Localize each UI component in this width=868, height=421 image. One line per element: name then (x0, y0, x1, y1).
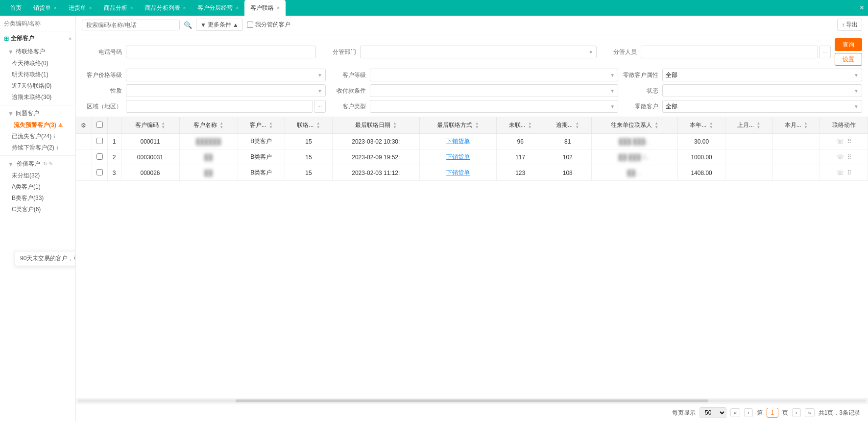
sidebar-item-unsorted[interactable]: 未分组(32) (0, 170, 75, 181)
col-name-header[interactable]: 客户名称 ▲▼ (179, 117, 238, 134)
gear-icon[interactable]: ⚙ (81, 122, 86, 129)
sidebar-group-problem[interactable]: ▼ 问题客户 (0, 107, 75, 120)
filter-select-manager[interactable] (641, 46, 818, 58)
col-contact-header[interactable]: 联络... ▲▼ (285, 117, 333, 134)
tab-customer-tier-close[interactable]: × (236, 5, 239, 11)
tab-purchase[interactable]: 进货单 × (63, 0, 98, 16)
search-btn[interactable]: 🔍 (184, 21, 192, 29)
col-uncontact-header[interactable]: 未联... ▲▼ (497, 117, 544, 134)
sidebar-item-b-class[interactable]: B类客户(33) (0, 193, 75, 204)
sidebar-item-lost[interactable]: 已流失客户(24) ℹ (0, 131, 75, 142)
refresh-icon[interactable]: ↻ (43, 161, 48, 167)
sort-icons-last-method: ▲▼ (475, 122, 479, 129)
sidebar-item-decline[interactable]: 持续下滑客户(2) ℹ (0, 142, 75, 153)
col-overdue-header[interactable]: 逾期... ▲▼ (544, 117, 591, 134)
tab-customer-tier[interactable]: 客户分层经营 × (192, 0, 244, 16)
row-check-2[interactable] (96, 169, 103, 175)
first-page-btn[interactable]: « (730, 408, 740, 417)
sidebar-item-lost-warning[interactable]: 流失预警客户(3) ⚠ (0, 120, 75, 131)
select-all-checkbox[interactable] (96, 122, 103, 128)
col-settings[interactable]: ⚙ (76, 117, 92, 134)
contact-action-icon-1[interactable]: ☏ (836, 153, 844, 161)
filter-select-customer-type[interactable]: ▼ (370, 100, 618, 113)
sidebar-item-overdue[interactable]: 逾期未联络(30) (0, 92, 75, 103)
tab-purchase-close[interactable]: × (89, 5, 92, 11)
row-last-method-0[interactable]: 下销货单 (419, 134, 497, 149)
row-checkbox-2[interactable] (92, 165, 107, 181)
col-unit-contact-header[interactable]: 往来单位联系人 ▲▼ (591, 117, 678, 134)
filter-input-phone[interactable] (126, 46, 316, 58)
edit-icon[interactable]: ✎ (48, 161, 53, 167)
tab-analysis[interactable]: 商品分析 × (98, 0, 139, 16)
row-last-method-1[interactable]: 下销货单 (419, 149, 497, 165)
prev-page-btn[interactable]: ‹ (744, 408, 753, 417)
sidebar-item-c-class[interactable]: C类客户(6) (0, 204, 75, 215)
tab-home[interactable]: 首页 (4, 0, 27, 16)
filter-select-nature[interactable]: ▼ (126, 84, 326, 97)
my-customers-checkbox-label[interactable]: 我分管的客户 (247, 21, 290, 29)
more-conditions-btn[interactable]: ▼ 更多条件 ▲ (196, 19, 243, 31)
tab-sales[interactable]: 销货单 × (27, 0, 63, 16)
my-customers-checkbox[interactable] (247, 22, 253, 28)
row-check-0[interactable] (96, 138, 103, 144)
scrollbar-thumb[interactable] (236, 399, 708, 402)
sidebar-collapse-btn[interactable]: « (69, 36, 72, 41)
query-btn[interactable]: 查询 (835, 38, 862, 51)
sidebar-item-today[interactable]: 今天待联络(0) (0, 58, 75, 69)
filter-select-sparse-customer[interactable]: 全部 ▼ (662, 100, 862, 113)
contact-action-icon-2[interactable]: ☏ (836, 169, 844, 176)
close-all-btn[interactable]: × (860, 3, 864, 12)
row-checkbox-1[interactable] (92, 149, 107, 165)
tab-sales-close[interactable]: × (54, 5, 57, 11)
horizontal-scrollbar[interactable] (76, 398, 868, 404)
filter-select-dept[interactable]: ▼ (360, 46, 597, 58)
contact-action-icon-0[interactable]: ☏ (836, 138, 844, 145)
col-last-method-header[interactable]: 最后联络方式 ▲▼ (419, 117, 497, 134)
more-action-icon-0[interactable]: ⠿ (847, 138, 852, 145)
export-btn[interactable]: ↑ 导出 (837, 19, 862, 31)
sidebar-group-value[interactable]: ▼ 价值客户 ↻ ✎ (0, 158, 75, 170)
last-page-btn[interactable]: » (805, 408, 815, 417)
filter-select-sparse-attr[interactable]: 全部 ▼ (662, 69, 862, 81)
all-customers-header[interactable]: ⊞ 全部客户 « (0, 31, 75, 46)
manager-more-btn[interactable]: ··· (819, 46, 831, 58)
row-check-1[interactable] (96, 153, 103, 160)
col-this-month-header[interactable]: 本月... ▲▼ (772, 117, 820, 134)
sidebar-item-7days[interactable]: 近7天待联络(0) (0, 80, 75, 92)
tab-analysis-list-close[interactable]: × (183, 5, 186, 11)
col-checkbox[interactable] (92, 117, 107, 134)
col-last-month-header[interactable]: 上月... ▲▼ (725, 117, 772, 134)
col-code-header[interactable]: 客户编码 ▲▼ (121, 117, 179, 134)
tab-analysis-close[interactable]: × (130, 5, 133, 11)
tab-customer-contact-close[interactable]: × (277, 5, 280, 11)
more-action-icon-2[interactable]: ⠿ (847, 169, 852, 176)
sidebar-item-a-class[interactable]: A类客户(1) (0, 181, 75, 193)
per-page-select[interactable]: 50 100 200 (699, 407, 726, 418)
more-action-icon-1[interactable]: ⠿ (847, 153, 852, 161)
tab-analysis-list[interactable]: 商品分析列表 × (139, 0, 192, 16)
filter-select-price-tier[interactable]: ▼ (126, 69, 326, 81)
filter-select-status[interactable]: ▼ (662, 84, 862, 97)
last-method-link-1[interactable]: 下销货单 (446, 153, 470, 160)
sidebar-item-tomorrow[interactable]: 明天待联络(1) (0, 69, 75, 80)
last-method-link-0[interactable]: 下销货单 (446, 138, 470, 145)
sidebar-search-input[interactable] (4, 20, 76, 27)
row-checkbox-0[interactable] (92, 134, 107, 149)
setting-btn[interactable]: 设置 (835, 53, 862, 66)
chevron-down-icon-11: ▼ (854, 104, 859, 109)
col-this-year-header[interactable]: 本年... ▲▼ (678, 117, 725, 134)
sidebar-group-pending-contact[interactable]: ▼ 待联络客户 (0, 46, 75, 58)
filter-select-payment[interactable]: ▼ (370, 84, 618, 97)
tab-customer-contact[interactable]: 客户联络 × (244, 0, 286, 16)
last-method-link-2[interactable]: 下销货单 (446, 169, 470, 176)
row-actions-2: ☏ ⠿ (820, 165, 868, 181)
region-more-btn[interactable]: ··· (314, 100, 326, 113)
col-last-date-header[interactable]: 最后联络日期 ▲▼ (332, 117, 419, 134)
filter-select-region[interactable] (126, 100, 313, 113)
search-input[interactable] (82, 20, 180, 30)
filter-icon: ▼ (200, 22, 206, 28)
row-last-method-2[interactable]: 下销货单 (419, 165, 497, 181)
col-type-header[interactable]: 客户... ▲▼ (238, 117, 285, 134)
filter-select-customer-tier[interactable]: ▼ (370, 69, 618, 81)
next-page-btn[interactable]: › (792, 408, 801, 417)
